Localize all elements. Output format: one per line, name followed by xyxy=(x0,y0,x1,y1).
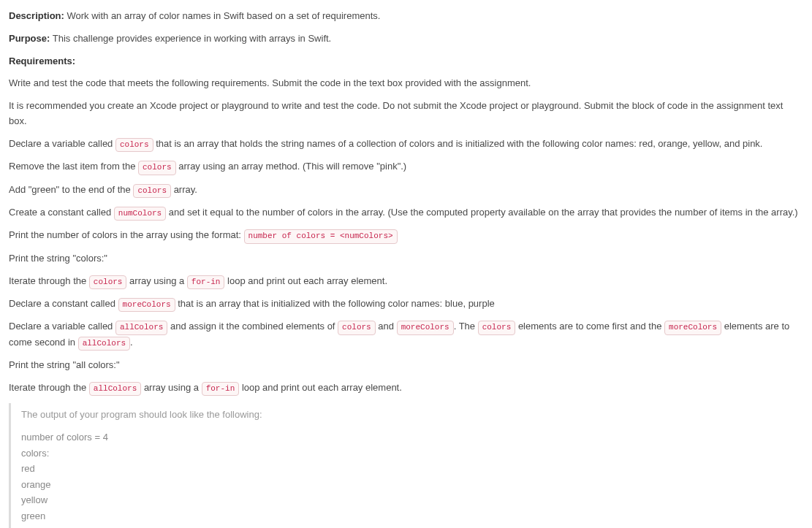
output-line: red xyxy=(21,462,803,476)
code-morecolors: moreColors xyxy=(664,321,721,334)
code-morecolors: moreColors xyxy=(118,298,175,312)
code-allcolors: allColors xyxy=(78,337,130,351)
step-2: Remove the last item from the colors arr… xyxy=(9,159,803,175)
step-1-text-b: that is an array that holds the string n… xyxy=(153,138,763,149)
output-line: colors: xyxy=(21,446,803,461)
step-4: Create a constant called numColors and s… xyxy=(9,205,803,221)
code-colors: colors xyxy=(338,321,376,334)
output-line: yellow xyxy=(21,493,803,508)
step-8-text-b: that is an array that is initialized wit… xyxy=(175,298,495,309)
step-3-text-b: array. xyxy=(171,184,197,195)
description-text: Work with an array of color names in Swi… xyxy=(64,10,381,21)
step-10: Print the string "all colors:" xyxy=(9,358,803,373)
code-for-in: for-in xyxy=(187,275,225,289)
step-9-text-e: elements are to come first and the xyxy=(515,321,664,332)
code-allcolors: allColors xyxy=(115,321,167,334)
step-5-text-a: Print the number of colors in the array … xyxy=(9,229,244,240)
code-colors: colors xyxy=(138,161,176,175)
code-morecolors: moreColors xyxy=(397,321,454,334)
step-1-text-a: Declare a variable called xyxy=(9,138,115,149)
code-colors: colors xyxy=(89,275,127,289)
code-colors: colors xyxy=(478,321,516,334)
purpose-text: This challenge provides experience in wo… xyxy=(50,33,331,44)
step-6: Print the string "colors:" xyxy=(9,251,803,267)
step-4-text-b: and set it equal to the number of colors… xyxy=(166,207,797,218)
code-for-in: for-in xyxy=(202,382,240,396)
requirements-label: Requirements: xyxy=(9,56,75,66)
step-11-text-c: loop and print out each array element. xyxy=(239,382,402,393)
code-colors: colors xyxy=(133,184,171,198)
step-11-text-a: Iterate through the xyxy=(9,382,89,393)
description-line: Description: Work with an array of color… xyxy=(9,9,803,24)
step-9-text-a: Declare a variable called xyxy=(9,321,115,332)
output-line: orange xyxy=(21,478,803,492)
step-3-text-a: Add "green" to the end of the xyxy=(9,184,133,195)
step-7-text-a: Iterate through the xyxy=(9,275,89,286)
output-line: number of colors = 4 xyxy=(21,430,803,445)
expected-output-block: The output of your program should look l… xyxy=(9,403,803,528)
step-9-text-b: and assign it the combined elements of xyxy=(167,321,338,332)
step-5: Print the number of colors in the array … xyxy=(9,228,803,243)
step-7-text-b: array using a xyxy=(126,275,186,286)
output-line: green xyxy=(21,509,803,524)
requirements-heading: Requirements: xyxy=(9,54,803,69)
code-allcolors: allColors xyxy=(89,382,141,396)
step-11: Iterate through the allColors array usin… xyxy=(9,380,803,396)
step-2-text-b: array using an array method. (This will … xyxy=(176,161,407,172)
code-numcolors: numColors xyxy=(114,207,166,221)
step-11-text-b: array using a xyxy=(141,382,201,393)
step-4-text-a: Create a constant called xyxy=(9,207,114,218)
step-8: Declare a constant called moreColors tha… xyxy=(9,296,803,312)
step-9-text-d: . The xyxy=(454,321,478,332)
step-9: Declare a variable called allColors and … xyxy=(9,319,803,351)
step-1: Declare a variable called colors that is… xyxy=(9,137,803,152)
purpose-label: Purpose: xyxy=(9,33,50,44)
output-line: all colors: xyxy=(21,524,803,528)
step-8-text-a: Declare a constant called xyxy=(9,298,118,309)
step-7: Iterate through the colors array using a… xyxy=(9,274,803,289)
step-2-text-a: Remove the last item from the xyxy=(9,161,138,172)
step-3: Add "green" to the end of the colors arr… xyxy=(9,183,803,198)
expected-output-lead: The output of your program should look l… xyxy=(21,408,803,423)
purpose-line: Purpose: This challenge provides experie… xyxy=(9,31,803,47)
expected-output-lines: number of colors = 4colors:redorangeyell… xyxy=(21,430,803,528)
description-label: Description: xyxy=(9,10,64,21)
code-number-of-colors-format: number of colors = <numColors> xyxy=(244,229,398,243)
code-colors: colors xyxy=(115,138,153,152)
step-9-text-g: . xyxy=(130,337,133,348)
req-intro-1: Write and test the code that meets the f… xyxy=(9,76,803,91)
step-9-text-c: and xyxy=(376,321,397,332)
req-intro-2: It is recommended you create an Xcode pr… xyxy=(9,99,803,129)
step-7-text-c: loop and print out each array element. xyxy=(224,275,387,286)
